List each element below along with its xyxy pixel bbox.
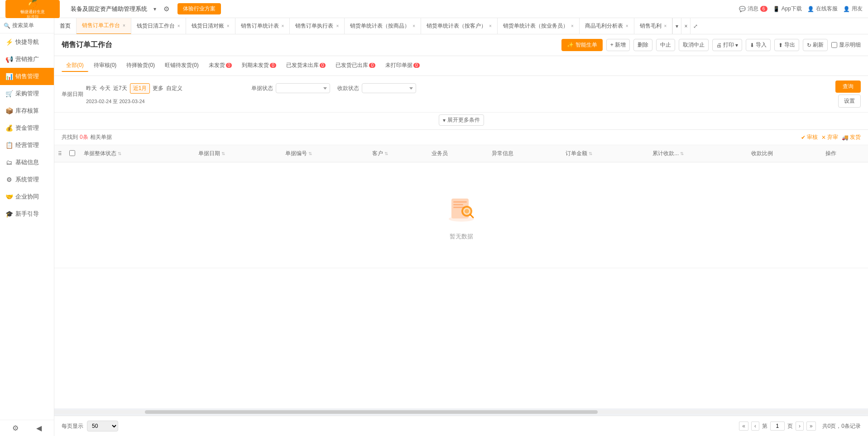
import-btn[interactable]: ⬇ 导入	[746, 39, 771, 51]
stop-btn[interactable]: 中止	[656, 39, 675, 51]
tab-sales-stats[interactable]: 销售订单统计表 ×	[235, 18, 290, 34]
filter-tab-overdue-ship[interactable]: 到期未发货0	[237, 60, 281, 72]
sidebar-search[interactable]: 🔍 搜索菜单	[0, 18, 54, 33]
sidebar-item-sales[interactable]: 📊 销售管理	[0, 68, 54, 85]
sidebar-item-finance[interactable]: 💰 资金管理	[0, 119, 54, 137]
tab-cash-daily[interactable]: 钱货日清工作台 ×	[131, 18, 186, 34]
sidebar-settings-btn[interactable]: ⚙	[12, 424, 19, 432]
filter-tab-shipped-out[interactable]: 已发货已出库0	[331, 60, 380, 72]
ship-action[interactable]: 🚚 发货	[842, 133, 861, 141]
tab-customer-stats[interactable]: 销货单统计表（按客户） ×	[421, 18, 498, 34]
delete-btn[interactable]: 删除	[633, 39, 652, 51]
per-page-select[interactable]: 50 100 200	[87, 421, 118, 431]
next-page-btn[interactable]: ›	[796, 422, 804, 431]
empty-illustration	[443, 190, 480, 227]
user-item[interactable]: 👤 用友	[843, 5, 863, 13]
filter-tab-shipped-not-out[interactable]: 已发货未出库0	[282, 60, 331, 72]
col-date[interactable]: 单据日期 ⇅	[195, 145, 282, 162]
filter-tab-all[interactable]: 全部(0)	[62, 60, 88, 72]
print-btn[interactable]: 🖨 打印 ▾	[712, 39, 742, 51]
add-btn[interactable]: + 新增	[606, 39, 630, 51]
tab-sales-exec-close[interactable]: ×	[336, 24, 339, 28]
tab-cash-daily-close[interactable]: ×	[177, 24, 180, 28]
payment-select[interactable]	[362, 83, 416, 93]
col-status[interactable]: 单据整体状态 ⇅	[80, 145, 195, 162]
tab-fullscreen-btn[interactable]: ⤢	[690, 18, 700, 34]
last-page-btn[interactable]: »	[806, 422, 816, 431]
sidebar-item-basic[interactable]: 🗂 基础信息	[0, 154, 54, 171]
message-item[interactable]: 💬 消息 6	[739, 5, 767, 13]
horizontal-scrollbar[interactable]	[54, 410, 868, 414]
tab-margin[interactable]: 商品毛利分析表 ×	[580, 18, 634, 34]
trial-btn[interactable]: 体验行业方案	[177, 3, 221, 14]
tab-goods-stats[interactable]: 销货单统计表（按商品） ×	[345, 18, 421, 34]
sidebar-item-enterprise[interactable]: 🤝 企业协同	[0, 188, 54, 205]
date-yesterday[interactable]: 昨天	[86, 85, 97, 92]
sidebar-item-operation[interactable]: 📋 经营管理	[0, 137, 54, 154]
tab-sales-stats-close[interactable]: ×	[282, 24, 284, 28]
date-today[interactable]: 今天	[100, 85, 110, 92]
cancel-audit-action[interactable]: ✕ 弃审	[821, 133, 838, 141]
tab-more-btn[interactable]: ▾	[672, 18, 681, 34]
filter-tab-shop-pending[interactable]: 旺铺待发货(0)	[160, 60, 203, 72]
tab-goods-stats-close[interactable]: ×	[412, 24, 415, 28]
tab-home[interactable]: 首页	[54, 18, 77, 34]
refresh-btn[interactable]: ↻ 刷新	[803, 39, 828, 51]
smart-gen-btn[interactable]: ✨ 智能生单	[561, 39, 602, 51]
date-custom[interactable]: 自定义	[166, 85, 182, 92]
query-btn[interactable]: 查询	[835, 81, 861, 93]
sidebar-collapse-btn[interactable]: ◀	[36, 424, 42, 432]
sidebar-item-inventory[interactable]: 📦 库存核算	[0, 102, 54, 119]
sidebar-item-guide[interactable]: 🎓 新手引导	[0, 205, 54, 223]
finance-icon: 💰	[5, 124, 13, 132]
tab-staff-stats-close[interactable]: ×	[571, 24, 574, 28]
filter-tab-not-shipped[interactable]: 未发货0	[204, 60, 237, 72]
sidebar-basic-label: 基础信息	[15, 158, 39, 166]
enterprise-icon: 🤝	[5, 193, 13, 200]
online-service-item[interactable]: 👤 在线客服	[807, 5, 838, 13]
tab-customer-stats-close[interactable]: ×	[489, 24, 492, 28]
show-detail-checkbox[interactable]	[831, 42, 837, 48]
app-download-item[interactable]: 📱 App下载	[773, 5, 802, 13]
expand-conditions-btn[interactable]: ▾ 展开更多条件	[439, 114, 484, 126]
audit-action[interactable]: ✔ 审核	[801, 133, 818, 141]
tab-sales-order[interactable]: 销售订单工作台 ×	[77, 18, 131, 34]
col-cumulative[interactable]: 累计收款... ⇅	[649, 145, 748, 162]
show-detail-label[interactable]: 显示明细	[831, 41, 861, 49]
sidebar-item-purchase[interactable]: 🛒 采购管理	[0, 85, 54, 102]
sidebar-item-marketing[interactable]: 📢 营销推广	[0, 51, 54, 68]
sidebar-item-system[interactable]: ⚙ 系统管理	[0, 171, 54, 188]
tab-close-all-btn[interactable]: ×	[681, 18, 690, 34]
tab-margin-close[interactable]: ×	[626, 24, 628, 28]
filter-tab-pending-inspect[interactable]: 待择验货(0)	[122, 60, 159, 72]
col-amount[interactable]: 订单金额 ⇅	[562, 145, 649, 162]
system-dropdown-icon[interactable]: ▾	[153, 6, 156, 12]
export-btn[interactable]: ⬆ 导出	[774, 39, 799, 51]
tab-sales-margin-close[interactable]: ×	[664, 24, 667, 28]
page-input[interactable]	[770, 422, 785, 431]
status-select[interactable]	[276, 83, 330, 93]
filter-tab-not-printed[interactable]: 未打印单据0	[381, 60, 424, 72]
app-download-label: App下载	[782, 5, 802, 13]
tab-sales-exec[interactable]: 销售订单执行表 ×	[290, 18, 345, 34]
col-checkbox[interactable]	[66, 145, 80, 162]
date-7days[interactable]: 近7天	[113, 85, 127, 92]
prev-page-btn[interactable]: ‹	[751, 422, 759, 431]
tab-staff-stats[interactable]: 销货单统计表（按业务员） ×	[498, 18, 580, 34]
sidebar-item-nav[interactable]: ⚡ 快捷导航	[0, 33, 54, 51]
select-all-checkbox[interactable]	[69, 150, 75, 156]
first-page-btn[interactable]: «	[739, 422, 748, 431]
date-more[interactable]: 更多	[153, 85, 163, 92]
tab-cash-reconcile-close[interactable]: ×	[227, 24, 230, 28]
cancel-stop-btn[interactable]: 取消中止	[679, 39, 709, 51]
col-number[interactable]: 单据编号 ⇅	[282, 145, 369, 162]
settings-filter-btn[interactable]: 设置	[838, 95, 861, 108]
settings-icon[interactable]: ⚙	[163, 5, 169, 13]
filter-tab-pending-audit[interactable]: 待审核(0)	[89, 60, 121, 72]
sort-cumulative-icon: ⇅	[680, 151, 684, 156]
col-customer[interactable]: 客户 ⇅	[369, 145, 427, 162]
date-1month[interactable]: 近1月	[130, 83, 150, 94]
tab-sales-margin[interactable]: 销售毛利 ×	[634, 18, 673, 34]
tab-cash-reconcile[interactable]: 钱货日清对账 ×	[186, 18, 235, 34]
tab-sales-order-close[interactable]: ×	[123, 23, 125, 28]
